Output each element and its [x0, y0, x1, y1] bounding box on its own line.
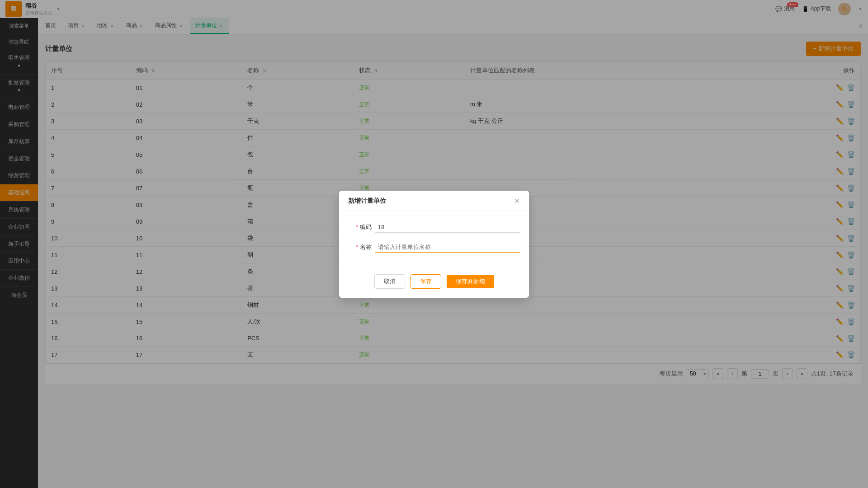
modal-header: 新增计量单位 ✕ [339, 191, 529, 211]
name-input[interactable] [375, 242, 520, 253]
form-label-name: 名称 [348, 243, 375, 251]
modal-body: 编码 名称 [339, 211, 529, 269]
modal-title: 新增计量单位 [348, 197, 386, 205]
save-new-btn[interactable]: 保存并新增 [447, 275, 494, 288]
modal-footer: 取消 保存 保存并新增 [339, 269, 529, 298]
cancel-btn[interactable]: 取消 [374, 274, 405, 289]
code-input[interactable] [375, 222, 520, 233]
save-btn[interactable]: 保存 [410, 274, 441, 289]
modal-overlay[interactable]: 新增计量单位 ✕ 编码 名称 取消 保存 保存并新增 [0, 0, 868, 488]
form-row-name: 名称 [348, 242, 520, 253]
add-unit-modal: 新增计量单位 ✕ 编码 名称 取消 保存 保存并新增 [339, 191, 529, 298]
form-row-code: 编码 [348, 222, 520, 233]
form-label-code: 编码 [348, 223, 375, 231]
modal-close-btn[interactable]: ✕ [514, 197, 520, 205]
